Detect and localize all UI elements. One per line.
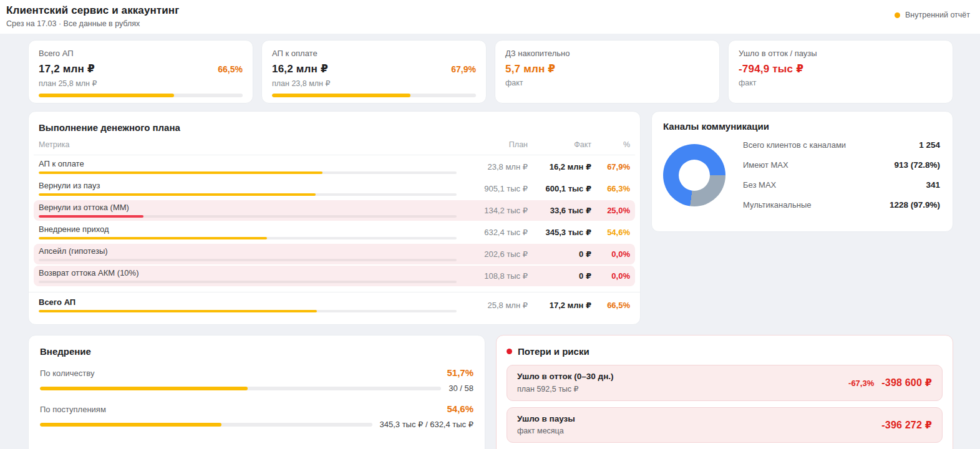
- risks-header: Потери и риски: [507, 346, 943, 357]
- fact-cell: 600,1 тыс ₽: [528, 184, 591, 193]
- badge-dot-icon: [895, 12, 900, 18]
- table-row-highlighted: Вернули из оттока (ММ) 134,2 тыс ₽ 33,6 …: [34, 200, 635, 221]
- impl-progress-fill: [40, 387, 248, 390]
- channel-list-item: Мультиканальные 1228 (97.9%): [743, 200, 940, 210]
- fact-cell: 345,3 тыс ₽: [528, 228, 591, 237]
- risk-label: Ушло в паузы: [517, 414, 575, 423]
- row-progress-fill: [39, 237, 267, 239]
- risk-subtext: факт месяца: [517, 427, 575, 435]
- plan-cell: 905,1 тыс ₽: [465, 184, 528, 193]
- channel-label: Без MAX: [743, 180, 776, 190]
- implementation-item: По поступлениям 54,6% 345,3 тыс ₽ / 632,…: [40, 403, 473, 429]
- metric-cell: Вернули из оттока (ММ): [39, 203, 465, 218]
- percent-cell: 54,6%: [591, 228, 630, 237]
- row-progress-bar: [39, 171, 457, 174]
- impl-progress-bar: [40, 423, 372, 427]
- page-subtitle: Срез на 17.03 · Все данные в рублях: [6, 19, 179, 28]
- fact-cell: 17,2 млн ₽: [528, 301, 591, 310]
- channels-body: Всего клиентов с каналами 1 254 Имеют MA…: [663, 140, 941, 210]
- plan-cell: 202,6 тыс ₽: [465, 249, 528, 259]
- page-title: Клиентский сервис и аккаунтинг: [6, 4, 179, 17]
- page-header: Клиентский сервис и аккаунтинг Срез на 1…: [0, 0, 980, 34]
- channel-list-item: Имеют MAX 913 (72.8%): [743, 160, 940, 170]
- kpi-value-line: 5,7 млн ₽: [505, 62, 709, 75]
- risk-item-right: -396 272 ₽: [881, 419, 932, 431]
- metric-label: Вернули из пауз: [39, 181, 465, 190]
- channel-value: 1 254: [919, 140, 940, 150]
- row-progress-bar: [39, 310, 457, 312]
- header-left: Клиентский сервис и аккаунтинг Срез на 1…: [6, 4, 179, 28]
- row-progress-bar: [39, 237, 457, 239]
- channel-value: 341: [926, 180, 940, 190]
- percent-cell: 66,5%: [591, 301, 630, 310]
- risk-item-left: Ушло в паузы факт месяца: [517, 414, 575, 435]
- fact-cell: 0 ₽: [528, 249, 591, 259]
- kpi-value: 5,7 млн ₽: [505, 62, 555, 75]
- metric-cell: Всего АП: [39, 297, 465, 312]
- kpi-value: 17,2 млн ₽: [39, 62, 95, 75]
- channel-value: 913 (72.8%): [894, 160, 940, 170]
- impl-detail: 345,3 тыс ₽ / 632,4 тыс ₽: [380, 420, 473, 429]
- percent-cell: 0,0%: [591, 271, 630, 281]
- kpi-progress-fill: [272, 94, 410, 97]
- row-progress-bar: [39, 193, 457, 196]
- kpi-value-line: 16,2 млн ₽ 67,9%: [272, 62, 476, 75]
- plan-cell: 632,4 тыс ₽: [465, 228, 528, 237]
- metric-cell: Возврат оттока АКМ (10%): [39, 268, 465, 283]
- kpi-card-dz-cumulative: ДЗ накопительно 5,7 млн ₽ факт: [495, 40, 720, 104]
- metric-label: Возврат оттока АКМ (10%): [39, 268, 465, 278]
- kpi-progress-bar: [272, 94, 476, 97]
- row-progress-bar: [39, 259, 457, 261]
- channel-label: Всего клиентов с каналами: [743, 140, 846, 150]
- channel-label: Мультиканальные: [743, 200, 811, 210]
- kpi-card-ap-to-pay: АП к оплате 16,2 млн ₽ 67,9% план 23,8 м…: [261, 40, 487, 104]
- impl-bar-row: 345,3 тыс ₽ / 632,4 тыс ₽: [40, 420, 473, 429]
- row-progress-fill: [39, 193, 316, 196]
- risks-card: Потери и риски Ушло в отток (0–30 дн.) п…: [496, 335, 953, 449]
- report-badge-label: Внутренний отчёт: [905, 11, 970, 19]
- table-total-divider: [29, 292, 640, 292]
- channel-list-item: Без MAX 341: [743, 180, 940, 190]
- plan-cell: 134,2 тыс ₽: [465, 206, 528, 215]
- impl-progress-bar: [40, 387, 441, 390]
- risk-delta: -67,3%: [848, 379, 874, 388]
- donut-hole: [679, 160, 710, 191]
- table-total-row: Всего АП 25,8 млн ₽ 17,2 млн ₽ 66,5%: [34, 295, 635, 316]
- row-progress-fill: [39, 171, 323, 174]
- impl-percent: 54,6%: [447, 403, 473, 414]
- implementation-title: Внедрение: [40, 346, 473, 357]
- metric-cell: Вернули из пауз: [39, 181, 465, 196]
- impl-bar-row: 30 / 58: [40, 384, 473, 393]
- metric-label: Внедрение приход: [39, 224, 465, 234]
- fact-cell: 16,2 млн ₽: [528, 162, 591, 171]
- kpi-subtext: факт: [739, 79, 943, 87]
- fact-cell: 33,6 тыс ₽: [528, 206, 591, 215]
- kpi-label: АП к оплате: [272, 49, 476, 58]
- plan-cell: 25,8 млн ₽: [465, 301, 528, 310]
- kpi-row: Всего АП 17,2 млн ₽ 66,5% план 25,8 млн …: [28, 40, 953, 104]
- kpi-value: 16,2 млн ₽: [272, 62, 328, 75]
- kpi-subtext: план 25,8 млн ₽: [39, 79, 243, 88]
- table-header-row: Метрика План Факт %: [34, 140, 635, 155]
- table-row: Внедрение приход 632,4 тыс ₽ 345,3 тыс ₽…: [34, 222, 635, 243]
- column-header-fact: Факт: [528, 140, 591, 149]
- table-row: Вернули из пауз 905,1 тыс ₽ 600,1 тыс ₽ …: [34, 178, 635, 199]
- channel-list-item: Всего клиентов с каналами 1 254: [743, 140, 940, 150]
- kpi-card-total-ap: Всего АП 17,2 млн ₽ 66,5% план 25,8 млн …: [28, 40, 253, 104]
- risk-dot-icon: [507, 349, 512, 354]
- money-plan-card: Выполнение денежного плана Метрика План …: [28, 111, 641, 325]
- kpi-label: ДЗ накопительно: [505, 49, 709, 58]
- kpi-label: Всего АП: [39, 49, 243, 58]
- row-progress-fill: [39, 310, 317, 312]
- channel-list: Всего клиентов с каналами 1 254 Имеют MA…: [743, 140, 941, 210]
- kpi-percent: 66,5%: [218, 64, 243, 74]
- table-row-highlighted: Возврат оттока АКМ (10%) 108,8 тыс ₽ 0 ₽…: [34, 266, 635, 286]
- impl-label: По поступлениям: [40, 405, 106, 414]
- impl-percent: 51,7%: [447, 367, 473, 378]
- risk-item-churn: Ушло в отток (0–30 дн.) план 592,5 тыс ₽…: [507, 365, 943, 401]
- channel-value: 1228 (97.9%): [890, 200, 940, 210]
- plan-cell: 108,8 тыс ₽: [465, 271, 528, 281]
- metric-label: АП к оплате: [39, 159, 465, 168]
- percent-cell: 66,3%: [591, 184, 630, 193]
- kpi-subtext: план 23,8 млн ₽: [272, 79, 476, 88]
